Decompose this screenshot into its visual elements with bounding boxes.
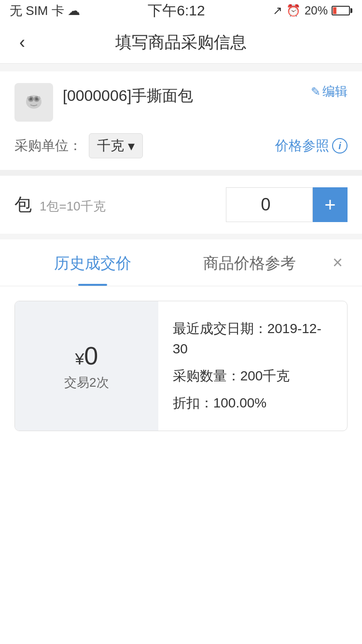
- discount-label: 折扣：: [173, 395, 213, 410]
- history-price-side: ¥0 交易2次: [15, 301, 158, 431]
- battery-icon: [332, 6, 352, 15]
- location-icon: ↗: [273, 4, 282, 17]
- back-button[interactable]: ‹: [14, 28, 30, 57]
- empty-space: [0, 446, 362, 644]
- price-number: 0: [84, 342, 98, 370]
- purchase-quantity-row: 采购数量：200千克: [173, 366, 333, 386]
- quantity-input-group: +: [226, 187, 348, 222]
- edit-icon: ✎: [311, 85, 320, 98]
- section-divider: [0, 170, 362, 176]
- tabs-header: 历史成交价 商品价格参考 ×: [0, 239, 362, 286]
- quantity-row: 包 1包=10千克 +: [0, 176, 362, 234]
- status-right: ↗ ⏰ 20%: [273, 4, 352, 17]
- product-logo-icon: [22, 88, 46, 117]
- quantity-label: 采购数量：: [173, 368, 240, 383]
- yuan-symbol: ¥: [75, 350, 84, 368]
- quantity-conversion: 1包=10千克: [40, 198, 106, 215]
- trade-count: 交易2次: [64, 374, 109, 391]
- sim-status: 无 SIM 卡 ☁: [10, 2, 80, 19]
- history-content: ¥0 交易2次 最近成交日期：2019-12-30 采购数量：200千克 折扣：…: [0, 286, 362, 446]
- product-card: [0000006]手撕面包 ✎ 编辑 采购单位： 千克 ▾ 价格参照 i: [0, 71, 362, 170]
- tab-price-reference-label: 商品价格参考: [203, 254, 296, 272]
- history-detail-side: 最近成交日期：2019-12-30 采购数量：200千克 折扣：100.00%: [158, 301, 347, 431]
- recent-date-label: 最近成交日期：: [173, 321, 267, 336]
- unit-dropdown[interactable]: 千克 ▾: [89, 133, 143, 158]
- price-ref-label: 价格参照: [275, 137, 329, 155]
- close-button[interactable]: ×: [328, 249, 348, 276]
- battery-percent: 20%: [305, 4, 328, 17]
- tab-active-indicator: [78, 284, 107, 286]
- quantity-value: 200千克: [240, 368, 290, 383]
- page-title: 填写商品采购信息: [115, 31, 247, 54]
- quantity-plus-button[interactable]: +: [313, 187, 348, 222]
- quantity-label-group: 包 1包=10千克: [14, 193, 106, 217]
- edit-button[interactable]: ✎ 编辑: [311, 83, 348, 100]
- page-header: ‹ 填写商品采购信息: [0, 21, 362, 64]
- discount-row: 折扣：100.00%: [173, 393, 333, 413]
- unit-value: 千克: [97, 137, 124, 155]
- tab-price-reference[interactable]: 商品价格参考: [171, 239, 327, 286]
- chevron-down-icon: ▾: [128, 138, 135, 154]
- tabs-panel: 历史成交价 商品价格参考 × ¥0 交易2次 最近成交日期：2019-12-30…: [0, 239, 362, 446]
- unit-selector-row: 采购单位： 千克 ▾: [14, 133, 143, 158]
- edit-label: 编辑: [322, 83, 348, 100]
- status-left: 无 SIM 卡 ☁: [10, 2, 80, 19]
- recent-date-row: 最近成交日期：2019-12-30: [173, 319, 333, 359]
- alarm-icon: ⏰: [286, 4, 301, 17]
- discount-value: 100.00%: [213, 395, 267, 410]
- product-info-left: [0000006]手撕面包: [14, 83, 193, 122]
- product-thumbnail: [14, 83, 53, 122]
- quantity-unit-label: 包: [14, 193, 32, 217]
- unit-label: 采购单位：: [14, 137, 82, 155]
- status-bar: 无 SIM 卡 ☁ 下午6:12 ↗ ⏰ 20%: [0, 0, 362, 21]
- tab-history-price[interactable]: 历史成交价: [14, 239, 171, 286]
- history-price-value: ¥0: [75, 341, 98, 370]
- quantity-input[interactable]: [226, 187, 313, 222]
- product-name: [0000006]手撕面包: [63, 83, 193, 107]
- history-card: ¥0 交易2次 最近成交日期：2019-12-30 采购数量：200千克 折扣：…: [14, 301, 348, 431]
- tab-history-price-label: 历史成交价: [54, 254, 131, 272]
- info-icon: i: [332, 138, 348, 154]
- status-time: 下午6:12: [148, 1, 205, 21]
- price-reference-button[interactable]: 价格参照 i: [275, 137, 348, 155]
